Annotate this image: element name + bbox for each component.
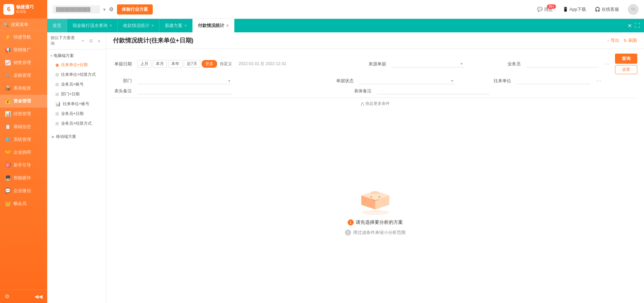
source-select[interactable]: ▾ xyxy=(391,61,464,67)
sidebar-item-member[interactable]: 👑 畅会员 xyxy=(0,197,47,210)
add-plan-btn[interactable]: ＋ xyxy=(80,37,86,44)
main-area: ████████████ ▾ ⚙ 体验行业方案 💬 消息 99+ 📱 App下载… xyxy=(47,0,644,303)
plan-item-salesperson-settlement[interactable]: ⊞ 业务员+结算方式 xyxy=(47,119,106,128)
tab-home[interactable]: 首页 xyxy=(47,19,67,32)
sidebar-search[interactable]: 🔍 搜索菜单 xyxy=(0,19,47,31)
dropdown-icon[interactable]: ▾ xyxy=(103,7,106,12)
last-7days-btn[interactable]: 近7天 xyxy=(184,60,200,68)
plan-icon: ⊞ xyxy=(55,111,59,116)
footer-settings-icon[interactable]: ⚙ xyxy=(5,293,9,300)
settings-button[interactable]: 设置 xyxy=(615,65,637,74)
member-icon: 👑 xyxy=(5,201,11,207)
settings-icon[interactable]: ⚙ xyxy=(109,6,114,12)
query-button[interactable]: 查询 xyxy=(615,54,637,64)
sidebar-item-wechat[interactable]: 💬 企业微信 xyxy=(0,184,47,197)
salesperson-input[interactable] xyxy=(527,61,597,66)
doc-status-select[interactable]: ▾ xyxy=(359,78,454,84)
more-btn[interactable]: 更多 xyxy=(202,60,217,68)
body-note-label: 表体备注 xyxy=(353,88,372,94)
sidebar-item-label: 新手引导 xyxy=(13,162,31,168)
guide-icon: 🎯 xyxy=(5,162,11,168)
collapse-bar[interactable]: ⋀ 收起更多条件 xyxy=(113,98,637,109)
this-month-btn[interactable]: 本月 xyxy=(153,60,167,68)
plan-item-partner-date[interactable]: ◉ 往来单位+日期 xyxy=(47,60,106,70)
sales-icon: 📈 xyxy=(5,60,11,66)
plan-item-label: 业务员+日期 xyxy=(61,111,84,117)
tab-new-plan-close[interactable]: × xyxy=(184,23,187,28)
this-year-btn[interactable]: 本年 xyxy=(168,60,182,68)
footer-collapse-icon[interactable]: ◀◀ xyxy=(34,293,42,300)
sidebar-item-label: 畅会员 xyxy=(13,201,27,207)
plan-icon: ⊞ xyxy=(55,82,59,87)
source-input[interactable] xyxy=(393,61,461,66)
trial-button[interactable]: 体验行业方案 xyxy=(117,4,153,14)
sidebar-item-guide[interactable]: 🎯 新手引导 xyxy=(0,159,47,172)
search-icon: 🔍 xyxy=(3,22,9,27)
tab-cash-flow[interactable]: 现金银行流水查询 × xyxy=(67,19,118,32)
sidebar-item-finance[interactable]: 💰 资金管理 xyxy=(0,95,47,108)
last-month-btn[interactable]: 上月 xyxy=(137,60,151,68)
partner-dots[interactable]: ··· xyxy=(596,78,602,84)
sidebar-item-system[interactable]: ⚙️ 系统管理 xyxy=(0,133,47,146)
sidebar-item-enterprise[interactable]: 🤝 企业协同 xyxy=(0,146,47,159)
plan-item-salesperson-account[interactable]: ⊞ 业务员+账号 xyxy=(47,80,106,89)
tab-payment-stats[interactable]: 付款情况统计 × xyxy=(193,19,234,32)
body-note-field[interactable] xyxy=(378,88,489,93)
mobile-section-label: 移动端方案 xyxy=(56,134,76,140)
sidebar-item-quick-nav[interactable]: ⚡ 快捷导航 xyxy=(0,31,47,43)
step2-label: 用过滤条件来缩小分析范围 xyxy=(353,230,406,236)
doc-status-input[interactable] xyxy=(360,78,451,83)
user-avatar[interactable]: Rit xyxy=(628,4,639,15)
header-note-input[interactable] xyxy=(137,88,232,94)
messages-btn[interactable]: 💬 消息 99+ xyxy=(537,6,553,12)
online-service-btn[interactable]: 🎧 在线客服 xyxy=(595,6,619,12)
plan-item-salesperson-date[interactable]: ⊞ 业务员+日期 xyxy=(47,109,106,119)
mobile-section-header[interactable]: ▶ 移动端方案 xyxy=(47,132,106,141)
tab-cash-flow-close[interactable]: × xyxy=(110,23,112,28)
body-note-input[interactable] xyxy=(377,88,490,94)
plan-settings-btn[interactable]: ⊙ xyxy=(88,37,94,44)
tab-cash-flow-label: 现金银行流水查询 xyxy=(72,23,108,29)
plan-item-label: 往来单位+日期 xyxy=(61,62,88,68)
header-note-field[interactable] xyxy=(139,88,230,93)
tab-receipt-stats[interactable]: 收款情况统计 × xyxy=(118,19,159,32)
tab-new-plan[interactable]: 新建方案 × xyxy=(159,19,193,32)
logo-sub: 标准版 xyxy=(16,9,34,14)
plan-item-dept-date[interactable]: ⊞ 部门+日期 xyxy=(47,89,106,99)
desktop-section-header[interactable]: ▾ 电脑端方案 xyxy=(47,52,106,60)
salesperson-select[interactable] xyxy=(526,61,599,67)
sidebar-item-marketing[interactable]: 📢 营销推广 xyxy=(0,43,47,56)
sidebar-item-label: 基础信息 xyxy=(13,124,31,130)
partner-select[interactable] xyxy=(517,78,591,84)
salesperson-dots[interactable]: ··· xyxy=(604,61,610,67)
refresh-icon: ↻ xyxy=(623,38,627,43)
tab-payment-close[interactable]: × xyxy=(226,23,229,28)
refresh-label: 刷新 xyxy=(628,37,637,43)
filter-row-2: 部门 ▾ 单据状态 ▾ 往来单位 ·· xyxy=(113,78,637,84)
sidebar-item-hardware[interactable]: 🖥️ 智能硬件 xyxy=(0,172,47,184)
partner-input[interactable] xyxy=(518,78,589,83)
sidebar-item-purchase[interactable]: 🛒 采购管理 xyxy=(0,69,47,82)
export-btn[interactable]: ↑ 导出 xyxy=(607,37,620,43)
sidebar-item-label: 库存核算 xyxy=(13,85,31,91)
close-all-icon[interactable]: ✕ xyxy=(627,23,632,29)
tab-payment-stats-label: 付款情况统计 xyxy=(198,23,224,29)
app-download-btn[interactable]: 📱 App下载 xyxy=(563,6,586,12)
plan-item-partner-account[interactable]: 📊 往来单位+账号 xyxy=(47,99,106,109)
sidebar-item-inventory[interactable]: 📦 库存核算 xyxy=(0,82,47,95)
dept-input[interactable] xyxy=(139,78,228,83)
expand-icon[interactable]: ⛶ xyxy=(635,23,640,29)
sidebar-item-sales[interactable]: 📈 销售管理 xyxy=(0,56,47,69)
plan-item-label: 业务员+账号 xyxy=(61,82,84,87)
plan-item-partner-settlement[interactable]: ⊞ 往来单位+结算方式 xyxy=(47,70,106,80)
phone-icon: 📱 xyxy=(563,7,568,12)
tab-receipt-close[interactable]: × xyxy=(151,23,154,28)
dept-select[interactable]: ▾ xyxy=(137,78,232,84)
refresh-btn[interactable]: ↻ 刷新 xyxy=(623,37,637,43)
page-header: 付款情况统计(往来单位+日期) ↑ 导出 ↻ 刷新 xyxy=(106,32,644,49)
export-label: 导出 xyxy=(611,37,619,43)
sidebar-item-basic[interactable]: 📋 基础信息 xyxy=(0,120,47,133)
service-label: 在线客服 xyxy=(602,6,619,12)
panel-collapse-btn[interactable]: « xyxy=(96,37,103,44)
sidebar-item-operation[interactable]: 📊 经营管理 xyxy=(0,108,47,120)
